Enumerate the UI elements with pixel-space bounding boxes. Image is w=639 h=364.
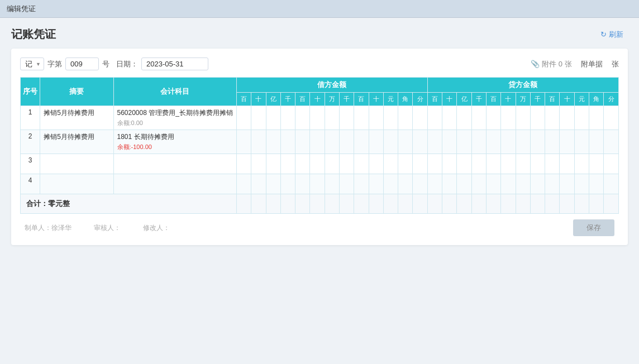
row3-d13[interactable] [413,154,427,174]
row3-d11[interactable] [383,154,398,174]
row4-c13[interactable] [604,174,619,194]
row4-d9[interactable] [354,174,369,194]
row2-d8[interactable] [339,130,354,154]
row3-d2[interactable] [251,154,266,174]
row4-d8[interactable] [339,174,354,194]
row3-d7[interactable] [325,154,339,174]
row2-account[interactable]: 1801 长期待摊费用 余额:-100.00 [113,130,236,154]
row4-d4[interactable] [280,174,295,194]
row3-c5[interactable] [486,154,500,174]
refresh-button[interactable]: ↻ 刷新 [596,27,628,42]
row2-c4[interactable] [471,130,486,154]
row1-c2[interactable] [442,106,457,130]
row3-c12[interactable] [589,154,604,174]
row4-c9[interactable] [545,174,560,194]
row1-c3[interactable] [457,106,471,130]
row3-c2[interactable] [442,154,457,174]
row4-d12[interactable] [398,174,413,194]
row3-c11[interactable] [574,154,589,174]
row4-c10[interactable] [560,174,574,194]
type-select[interactable]: 记 [20,58,44,70]
row1-d12[interactable] [398,106,413,130]
row3-c13[interactable] [604,154,619,174]
row4-d7[interactable] [325,174,339,194]
row2-d5[interactable] [295,130,310,154]
row2-d1[interactable] [236,130,251,154]
row4-c6[interactable] [501,174,516,194]
row1-c12[interactable] [589,106,604,130]
row1-d11[interactable] [383,106,398,130]
row4-d1[interactable] [236,174,251,194]
row3-account[interactable] [113,154,236,174]
row1-d1[interactable] [236,106,251,130]
row1-d2[interactable] [251,106,266,130]
date-input[interactable] [141,58,208,70]
row4-d5[interactable] [295,174,310,194]
row2-c8[interactable] [530,130,545,154]
row4-c3[interactable] [457,174,471,194]
row4-c4[interactable] [471,174,486,194]
row2-c11[interactable] [574,130,589,154]
row2-summary[interactable]: 摊销5月待摊费用 [40,130,113,154]
row4-c2[interactable] [442,174,457,194]
row1-c1[interactable] [427,106,442,130]
type-select-wrapper[interactable]: 记 [20,58,44,70]
row1-c6[interactable] [501,106,516,130]
row2-c10[interactable] [560,130,574,154]
row2-d12[interactable] [398,130,413,154]
row4-c11[interactable] [574,174,589,194]
row3-d6[interactable] [310,154,325,174]
row3-d10[interactable] [369,154,383,174]
row2-d3[interactable] [266,130,280,154]
row3-c6[interactable] [501,154,516,174]
row1-d9[interactable] [354,106,369,130]
fu-dan-button[interactable]: 附单据 [581,59,603,69]
row1-d5[interactable] [295,106,310,130]
row1-account[interactable]: 56020008 管理费用_长期待摊费用摊销 余额:0.00 [113,106,236,130]
row4-c12[interactable] [589,174,604,194]
row2-c7[interactable] [516,130,530,154]
row3-c10[interactable] [560,154,574,174]
row1-c5[interactable] [486,106,500,130]
row2-d6[interactable] [310,130,325,154]
row1-c4[interactable] [471,106,486,130]
row3-d3[interactable] [266,154,280,174]
row1-d3[interactable] [266,106,280,130]
row4-account[interactable] [113,174,236,194]
number-input[interactable] [65,58,99,70]
row3-c9[interactable] [545,154,560,174]
row2-c12[interactable] [589,130,604,154]
row3-c8[interactable] [530,154,545,174]
save-button[interactable]: 保存 [573,219,614,236]
row1-c9[interactable] [545,106,560,130]
row4-d2[interactable] [251,174,266,194]
row1-d7[interactable] [325,106,339,130]
row1-d8[interactable] [339,106,354,130]
row2-c9[interactable] [545,130,560,154]
row2-d4[interactable] [280,130,295,154]
row2-d10[interactable] [369,130,383,154]
row4-c5[interactable] [486,174,500,194]
row3-c7[interactable] [516,154,530,174]
row2-d9[interactable] [354,130,369,154]
row1-c7[interactable] [516,106,530,130]
row3-c4[interactable] [471,154,486,174]
row3-c1[interactable] [427,154,442,174]
row3-c3[interactable] [457,154,471,174]
row3-d4[interactable] [280,154,295,174]
row4-c7[interactable] [516,174,530,194]
row3-d12[interactable] [398,154,413,174]
row3-d9[interactable] [354,154,369,174]
row2-c2[interactable] [442,130,457,154]
row4-d3[interactable] [266,174,280,194]
row2-d11[interactable] [383,130,398,154]
row1-c8[interactable] [530,106,545,130]
row4-c1[interactable] [427,174,442,194]
row2-c13[interactable] [604,130,619,154]
row2-d7[interactable] [325,130,339,154]
row1-summary[interactable]: 摊销5月待摊费用 [40,106,113,130]
row2-c5[interactable] [486,130,500,154]
row1-c10[interactable] [560,106,574,130]
row1-c13[interactable] [604,106,619,130]
row2-c1[interactable] [427,130,442,154]
